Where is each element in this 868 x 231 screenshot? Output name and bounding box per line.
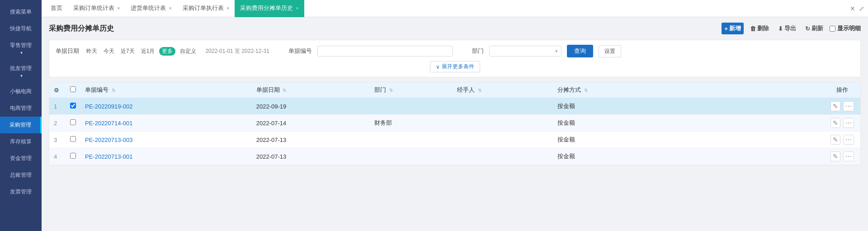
sort-handler-icon[interactable]: ⇅: [478, 88, 481, 93]
export-button[interactable]: ⬇ 导出: [775, 23, 799, 34]
content-area: 采购费用分摊单历史 + 新增 🗑 删除 ⬇ 导出 ↻ 刷新 显示明细: [42, 17, 868, 231]
main-area: 首页 采购订单统计表 × 进货单统计表 × 采购订单执行表 × 采购费用分摊单历…: [42, 0, 868, 231]
row-number: 1: [49, 98, 66, 115]
row-date: 2022-09-19: [252, 98, 370, 115]
settings-button[interactable]: 设置: [599, 45, 621, 57]
page-title: 采购费用分摊单历史: [49, 24, 114, 33]
tab-close-inbound-stats[interactable]: ×: [169, 5, 171, 11]
tab-home[interactable]: 首页: [45, 0, 68, 17]
edit-icon[interactable]: ✎: [830, 101, 840, 111]
row-checkbox[interactable]: [70, 136, 76, 142]
delete-button[interactable]: 🗑 删除: [747, 23, 772, 34]
sort-doc-no-icon[interactable]: ⇅: [112, 88, 115, 93]
row-number: 3: [49, 132, 66, 148]
row-method: 按金额: [553, 98, 824, 115]
row-doc-id[interactable]: PE-20220713-003: [80, 132, 252, 148]
edit-icon[interactable]: ✎: [830, 135, 840, 145]
row-dept: [370, 132, 453, 148]
col-method: 分摊方式 ⇅: [553, 82, 824, 98]
tab-close-purchase-order-stats[interactable]: ×: [117, 5, 120, 11]
show-cols-toggle[interactable]: 显示明细: [830, 24, 861, 33]
more-icon[interactable]: ⋯: [843, 135, 854, 145]
window-close-icon[interactable]: ✕: [850, 5, 855, 12]
sidebar-item-ecom[interactable]: 电商管理: [0, 100, 42, 117]
row-handler: [453, 148, 553, 165]
row-doc-id[interactable]: PE-20220714-001: [80, 115, 252, 132]
tab-purchase-exec[interactable]: 采购订单执行表 ×: [177, 0, 235, 17]
shortcut-yesterday[interactable]: 昨天: [85, 47, 99, 56]
shortcut-1month[interactable]: 近1月: [139, 47, 157, 56]
row-actions: ✎ ⋯: [824, 115, 860, 132]
select-all-checkbox[interactable]: [70, 86, 76, 92]
tab-inbound-stats[interactable]: 进货单统计表 ×: [125, 0, 177, 17]
tab-purchase-fee-history[interactable]: 采购费用分摊单历史 ×: [235, 0, 304, 17]
toolbar: + 新增 🗑 删除 ⬇ 导出 ↻ 刷新 显示明细: [722, 23, 861, 34]
col-gear: ⚙: [49, 82, 66, 98]
table-row: 3 PE-20220713-003 2022-07-13 按金额 ✎ ⋯: [49, 132, 860, 148]
tab-close-purchase-exec[interactable]: ×: [226, 5, 229, 11]
row-number: 4: [49, 148, 66, 165]
sidebar: 搜索菜单 快捷导航 零售管理 批发管理 小畅电商 电商管理 采购管理 库存核算 …: [0, 0, 42, 231]
sort-method-icon[interactable]: ⇅: [584, 88, 588, 93]
sidebar-item-wholesale[interactable]: 批发管理: [0, 60, 42, 83]
sidebar-item-ledger[interactable]: 总账管理: [0, 167, 42, 184]
doc-no-input[interactable]: [317, 46, 453, 57]
query-button[interactable]: 查询: [567, 45, 593, 57]
row-date: 2022-07-13: [252, 132, 370, 148]
gear-icon[interactable]: ⚙: [54, 87, 59, 94]
date-range-display: 2022-01-01 至 2022-12-31: [205, 47, 269, 55]
col-doc-no: 单据编号 ⇅: [80, 82, 252, 98]
edit-icon[interactable]: ✎: [830, 118, 840, 128]
sort-date-icon[interactable]: ⇅: [283, 88, 286, 93]
row-dept: [370, 148, 453, 165]
sidebar-item-retail[interactable]: 零售管理: [0, 37, 42, 60]
doc-no-label: 单据编号: [288, 47, 312, 55]
col-doc-no-label: 单据编号: [85, 86, 108, 93]
sidebar-item-quicknav[interactable]: 快捷导航: [0, 20, 42, 37]
shortcut-7days[interactable]: 近7天: [119, 47, 137, 56]
data-table: ⚙ 单据编号 ⇅ 单据日期 ⇅: [49, 82, 860, 165]
row-doc-id[interactable]: PE-20220919-002: [80, 98, 252, 115]
refresh-button[interactable]: ↻ 刷新: [802, 23, 826, 34]
sidebar-item-search[interactable]: 搜索菜单: [0, 4, 42, 20]
expand-row: ∨ 展开更多条件: [56, 61, 854, 72]
show-cols-checkbox[interactable]: [830, 26, 835, 32]
row-handler: [453, 98, 553, 115]
dept-select[interactable]: 财务部: [489, 46, 561, 57]
col-handler-label: 经手人: [457, 86, 475, 93]
tab-purchase-order-stats[interactable]: 采购订单统计表 ×: [68, 0, 125, 17]
window-expand-icon[interactable]: ⤢: [859, 5, 864, 12]
table-header-row: ⚙ 单据编号 ⇅ 单据日期 ⇅: [49, 82, 860, 98]
shortcut-more[interactable]: 更多: [159, 47, 175, 56]
table-row: 1 PE-20220919-002 2022-09-19 按金额 ✎ ⋯: [49, 98, 860, 115]
expand-chevron-icon: ∨: [436, 64, 440, 70]
expand-button[interactable]: ∨ 展开更多条件: [430, 61, 480, 72]
data-table-container: ⚙ 单据编号 ⇅ 单据日期 ⇅: [49, 82, 861, 165]
row-doc-id[interactable]: PE-20220713-001: [80, 148, 252, 165]
row-checkbox[interactable]: [70, 153, 76, 159]
row-actions: ✎ ⋯: [824, 98, 860, 115]
edit-icon[interactable]: ✎: [830, 151, 840, 161]
more-icon[interactable]: ⋯: [843, 118, 854, 128]
row-checkbox[interactable]: [70, 119, 76, 125]
tab-close-purchase-fee-history[interactable]: ×: [296, 5, 298, 11]
sidebar-item-inventory[interactable]: 库存核算: [0, 133, 42, 150]
sidebar-item-purchase[interactable]: 采购管理: [0, 117, 42, 133]
shortcut-custom[interactable]: 自定义: [178, 47, 198, 56]
sidebar-item-invoice[interactable]: 发票管理: [0, 184, 42, 200]
sidebar-item-ecom-small[interactable]: 小畅电商: [0, 83, 42, 100]
col-action: 操作: [824, 82, 860, 98]
col-action-label: 操作: [836, 86, 848, 93]
add-button[interactable]: + 新增: [722, 23, 744, 34]
sidebar-item-finance[interactable]: 资金管理: [0, 150, 42, 167]
row-dept: [370, 98, 453, 115]
more-icon[interactable]: ⋯: [843, 101, 854, 111]
more-icon[interactable]: ⋯: [843, 151, 854, 161]
row-checkbox[interactable]: [70, 103, 76, 108]
table-row: 2 PE-20220714-001 2022-07-14 财务部 按金额 ✎ ⋯: [49, 115, 860, 132]
export-icon: ⬇: [778, 25, 783, 32]
table-body: 1 PE-20220919-002 2022-09-19 按金额 ✎ ⋯ 2 P…: [49, 98, 860, 165]
shortcut-today[interactable]: 今天: [102, 47, 116, 56]
date-label: 单据日期: [56, 47, 79, 55]
sort-dept-icon[interactable]: ⇅: [389, 88, 393, 93]
